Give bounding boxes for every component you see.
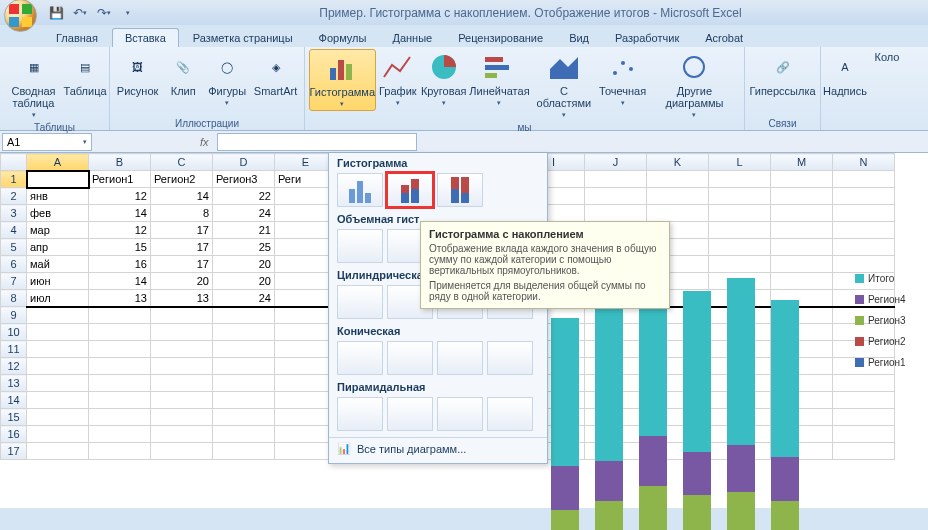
cell[interactable]: 14 xyxy=(89,273,151,290)
qat-customize-icon[interactable]: ▾ xyxy=(119,4,137,22)
cell[interactable]: Регион2 xyxy=(151,171,213,188)
row-header-7[interactable]: 7 xyxy=(1,273,27,290)
col-header-M[interactable]: M xyxy=(771,154,833,171)
row-header-17[interactable]: 17 xyxy=(1,443,27,460)
gallery-cone-4[interactable] xyxy=(487,341,533,375)
area-chart-button[interactable]: С областями▾ xyxy=(532,49,597,121)
row-header-8[interactable]: 8 xyxy=(1,290,27,307)
cell[interactable]: фев xyxy=(27,205,89,222)
shapes-button[interactable]: ◯Фигуры▾ xyxy=(205,49,249,109)
col-header-C[interactable]: C xyxy=(151,154,213,171)
cell[interactable]: 12 xyxy=(89,188,151,205)
gallery-cylinder-1[interactable] xyxy=(337,285,383,319)
tab-acrobat[interactable]: Acrobat xyxy=(693,29,755,47)
column-chart-button[interactable]: Гистограмма▾ xyxy=(309,49,376,111)
col-header-N[interactable]: N xyxy=(833,154,895,171)
cell[interactable]: янв xyxy=(27,188,89,205)
cell[interactable]: 20 xyxy=(151,273,213,290)
row-header-4[interactable]: 4 xyxy=(1,222,27,239)
cell[interactable]: Регион3 xyxy=(213,171,275,188)
row-header-14[interactable]: 14 xyxy=(1,392,27,409)
pivot-table-button[interactable]: ▦Сводная таблица▾ xyxy=(4,49,63,121)
row-header-6[interactable]: 6 xyxy=(1,256,27,273)
cell[interactable]: 20 xyxy=(213,273,275,290)
cell[interactable]: 22 xyxy=(213,188,275,205)
picture-button[interactable]: 🖼Рисунок xyxy=(114,49,161,99)
row-header-9[interactable]: 9 xyxy=(1,307,27,324)
cell[interactable]: 14 xyxy=(89,205,151,222)
tab-home[interactable]: Главная xyxy=(44,29,110,47)
tab-review[interactable]: Рецензирование xyxy=(446,29,555,47)
tab-formulas[interactable]: Формулы xyxy=(307,29,379,47)
tab-developer[interactable]: Разработчик xyxy=(603,29,691,47)
gallery-pyramid-4[interactable] xyxy=(487,397,533,431)
col-header-L[interactable]: L xyxy=(709,154,771,171)
cell[interactable]: 16 xyxy=(89,256,151,273)
cell[interactable]: мар xyxy=(27,222,89,239)
cell[interactable]: Регион1 xyxy=(89,171,151,188)
cell[interactable]: 20 xyxy=(213,256,275,273)
select-all-cell[interactable] xyxy=(1,154,27,171)
line-chart-button[interactable]: График▾ xyxy=(378,49,418,109)
row-header-5[interactable]: 5 xyxy=(1,239,27,256)
scatter-chart-button[interactable]: Точечная▾ xyxy=(598,49,647,109)
office-button[interactable] xyxy=(4,0,37,32)
gallery-clustered-column[interactable] xyxy=(337,173,383,207)
cell[interactable]: 17 xyxy=(151,256,213,273)
tab-insert[interactable]: Вставка xyxy=(112,28,179,47)
hyperlink-button[interactable]: 🔗Гиперссылка xyxy=(749,49,816,99)
col-header-B[interactable]: B xyxy=(89,154,151,171)
bar-chart-button[interactable]: Линейчатая▾ xyxy=(469,49,529,109)
undo-icon[interactable]: ↶▾ xyxy=(71,4,89,22)
pie-chart-button[interactable]: Круговая▾ xyxy=(420,49,467,109)
gallery-cone-1[interactable] xyxy=(337,341,383,375)
smartart-button[interactable]: ◈SmartArt xyxy=(251,49,300,99)
row-header-3[interactable]: 3 xyxy=(1,205,27,222)
tab-page-layout[interactable]: Разметка страницы xyxy=(181,29,305,47)
cell[interactable]: 12 xyxy=(89,222,151,239)
gallery-pyramid-1[interactable] xyxy=(337,397,383,431)
tab-data[interactable]: Данные xyxy=(380,29,444,47)
row-header-15[interactable]: 15 xyxy=(1,409,27,426)
all-chart-types-button[interactable]: 📊Все типы диаграмм... xyxy=(329,437,547,459)
gallery-cone-3[interactable] xyxy=(437,341,483,375)
cell[interactable]: 24 xyxy=(213,205,275,222)
gallery-pyramid-2[interactable] xyxy=(387,397,433,431)
row-header-12[interactable]: 12 xyxy=(1,358,27,375)
cell[interactable]: 13 xyxy=(89,290,151,307)
col-header-K[interactable]: K xyxy=(647,154,709,171)
tab-view[interactable]: Вид xyxy=(557,29,601,47)
cell[interactable]: июн xyxy=(27,273,89,290)
col-header-D[interactable]: D xyxy=(213,154,275,171)
gallery-stacked-column[interactable] xyxy=(387,173,433,207)
row-header-1[interactable]: 1 xyxy=(1,171,27,188)
row-header-16[interactable]: 16 xyxy=(1,426,27,443)
cell[interactable]: июл xyxy=(27,290,89,307)
header-footer-button[interactable]: Коло xyxy=(867,49,907,65)
save-icon[interactable]: 💾 xyxy=(47,4,65,22)
name-box[interactable]: A1▾ xyxy=(2,133,92,151)
cell[interactable]: 21 xyxy=(213,222,275,239)
cell[interactable]: 14 xyxy=(151,188,213,205)
col-header-A[interactable]: A xyxy=(27,154,89,171)
redo-icon[interactable]: ↷▾ xyxy=(95,4,113,22)
textbox-button[interactable]: AНадпись xyxy=(825,49,865,99)
gallery-3d-clustered[interactable] xyxy=(337,229,383,263)
gallery-cone-2[interactable] xyxy=(387,341,433,375)
row-header-10[interactable]: 10 xyxy=(1,324,27,341)
fx-icon[interactable]: fx xyxy=(200,136,209,148)
cell-A1[interactable] xyxy=(27,171,89,188)
formula-bar[interactable] xyxy=(217,133,417,151)
cell[interactable]: 17 xyxy=(151,222,213,239)
clip-button[interactable]: 📎Клип xyxy=(163,49,203,99)
cell[interactable]: 13 xyxy=(151,290,213,307)
row-header-2[interactable]: 2 xyxy=(1,188,27,205)
cell[interactable]: 24 xyxy=(213,290,275,307)
gallery-pyramid-3[interactable] xyxy=(437,397,483,431)
other-charts-button[interactable]: Другие диаграммы▾ xyxy=(649,49,740,121)
col-header-J[interactable]: J xyxy=(585,154,647,171)
cell[interactable]: май xyxy=(27,256,89,273)
row-header-11[interactable]: 11 xyxy=(1,341,27,358)
cell[interactable]: 8 xyxy=(151,205,213,222)
cell[interactable]: апр xyxy=(27,239,89,256)
